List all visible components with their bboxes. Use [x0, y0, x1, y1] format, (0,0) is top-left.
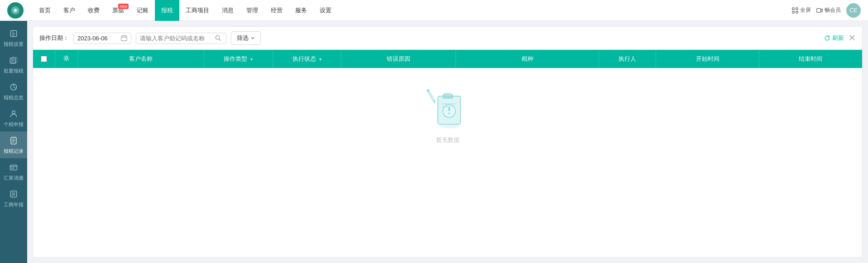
empty-state: 暂无数据 [33, 68, 862, 162]
annual-report-icon [9, 190, 18, 200]
svg-rect-25 [444, 93, 452, 97]
data-table: 客户名称 操作类型 ▾ 执行状态 ▾ 错误原因 [33, 50, 862, 68]
top-nav: 首页客户收费票据new记账报税工商项目消息管理经营服务设置 全屏 畅会员 CE [0, 0, 868, 21]
svg-rect-30 [441, 106, 451, 107]
svg-point-14 [13, 167, 14, 169]
fullscreen-btn[interactable]: 全屏 [792, 6, 811, 14]
sidebar-item-annual-report[interactable]: 工商年报 [0, 185, 27, 212]
tax-summary-icon [9, 83, 18, 93]
nav-item-message[interactable]: 消息 [216, 0, 240, 21]
filter-button[interactable]: 筛选 [231, 31, 261, 45]
empty-illustration [425, 86, 470, 136]
svg-point-28 [448, 112, 450, 114]
fullscreen-icon [792, 7, 798, 14]
sidebar-item-label: 汇算清缴 [4, 175, 24, 181]
svg-rect-1 [792, 7, 794, 9]
sidebar-item-label: 报税记录 [4, 148, 24, 155]
nav-item-accounting[interactable]: 记账 [130, 0, 155, 21]
toolbar: 操作日期： 筛选 [33, 27, 862, 50]
member-btn[interactable]: 畅会员 [816, 6, 841, 14]
search-box[interactable] [136, 33, 226, 44]
search-input[interactable] [140, 35, 212, 42]
nav-items: 首页客户收费票据new记账报税工商项目消息管理经营服务设置 [33, 0, 792, 21]
sidebar: 报税设置批量报税报税总览个税申报报税记录汇算清缴工商年报 [0, 21, 27, 263]
svg-point-13 [11, 167, 13, 169]
video-icon [816, 7, 823, 14]
svg-point-18 [66, 57, 68, 59]
settings-icon[interactable] [63, 55, 70, 62]
sidebar-item-label: 报税设置 [4, 41, 24, 48]
svg-point-31 [439, 124, 459, 128]
sidebar-item-label: 工商年报 [4, 201, 24, 208]
tax-records-icon [9, 136, 18, 146]
filter-label: 筛选 [237, 34, 249, 42]
nav-item-tax[interactable]: 报税 [155, 0, 179, 21]
op-type-sort-icon[interactable]: ▾ [250, 57, 253, 62]
date-picker[interactable] [73, 33, 131, 44]
th-error-reason: 错误原因 [341, 50, 456, 68]
date-label: 操作日期： [39, 34, 69, 42]
avatar-text: CE [849, 7, 858, 14]
sidebar-item-tax-settings[interactable]: 报税设置 [0, 24, 27, 51]
th-setting [55, 50, 78, 68]
personal-tax-icon [9, 109, 18, 119]
th-tax-type: 税种 [456, 50, 599, 68]
main-layout: 报税设置批量报税报税总览个税申报报税记录汇算清缴工商年报 操作日期： [0, 21, 868, 263]
nav-item-service[interactable]: 服务 [289, 0, 313, 21]
sidebar-item-label: 报税总览 [4, 94, 24, 101]
app-logo[interactable] [7, 2, 24, 19]
sidebar-item-tax-records[interactable]: 报税记录 [0, 132, 27, 158]
calendar-icon [121, 35, 127, 41]
th-customer-name: 客户名称 [78, 50, 204, 68]
date-input[interactable] [77, 35, 118, 42]
settlement-icon [9, 163, 18, 173]
sidebar-item-label: 批量报税 [4, 68, 24, 74]
nav-item-settings[interactable]: 设置 [313, 0, 338, 21]
exec-status-sort-icon[interactable]: ▾ [319, 57, 321, 62]
chevron-down-icon [250, 36, 255, 40]
svg-rect-29 [441, 103, 456, 105]
sidebar-item-tax-summary[interactable]: 报税总览 [0, 78, 27, 105]
nav-item-operation[interactable]: 经营 [264, 0, 289, 21]
svg-rect-16 [121, 36, 127, 41]
select-all-checkbox[interactable] [41, 56, 47, 62]
tax-settings-icon [9, 29, 18, 39]
nav-item-business[interactable]: 工商项目 [179, 0, 216, 21]
nav-item-customer[interactable]: 客户 [57, 0, 82, 21]
new-badge: new [118, 4, 129, 10]
nav-item-invoice[interactable]: 票据new [106, 0, 130, 21]
svg-point-0 [14, 9, 17, 12]
th-op-type: 操作类型 ▾ [204, 50, 273, 68]
nav-item-billing[interactable]: 收费 [82, 0, 106, 21]
nav-item-management[interactable]: 管理 [240, 0, 264, 21]
nav-item-home[interactable]: 首页 [33, 0, 57, 21]
sidebar-item-personal-tax[interactable]: 个税申报 [0, 105, 27, 132]
svg-rect-4 [796, 11, 798, 13]
table-header: 客户名称 操作类型 ▾ 执行状态 ▾ 错误原因 [33, 50, 862, 68]
search-icon [215, 35, 221, 41]
svg-rect-2 [796, 7, 798, 9]
refresh-label: 刷新 [832, 34, 844, 42]
member-label: 畅会员 [825, 6, 841, 14]
th-start-time: 开始时间 [656, 50, 759, 68]
avatar[interactable]: CE [846, 3, 861, 18]
th-exec-status: 执行状态 ▾ [273, 50, 341, 68]
empty-text: 暂无数据 [436, 136, 460, 144]
table-container: 操作日期： 筛选 [33, 26, 863, 258]
refresh-button[interactable]: 刷新 [824, 34, 844, 42]
th-checkbox [33, 50, 55, 68]
svg-rect-5 [817, 8, 821, 12]
close-button[interactable] [849, 34, 856, 43]
refresh-icon [824, 35, 830, 41]
sidebar-item-batch-tax[interactable]: 批量报税 [0, 51, 27, 78]
svg-rect-27 [448, 107, 450, 111]
svg-rect-3 [792, 11, 794, 13]
table-body-scroll: 暂无数据 [33, 68, 862, 257]
svg-point-10 [12, 111, 15, 114]
sidebar-item-label: 个税申报 [4, 121, 24, 128]
content-area: 操作日期： 筛选 [27, 21, 868, 263]
th-executor: 执行人 [599, 50, 656, 68]
close-icon [849, 34, 856, 41]
sidebar-item-settlement[interactable]: 汇算清缴 [0, 158, 27, 185]
batch-tax-icon [9, 56, 18, 66]
